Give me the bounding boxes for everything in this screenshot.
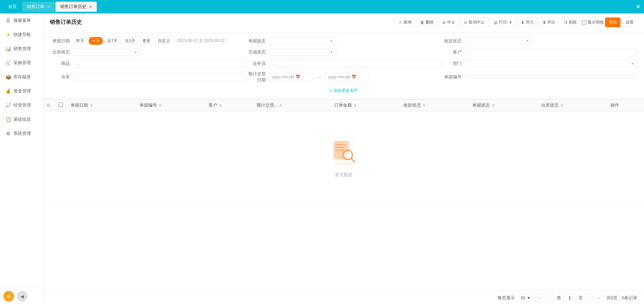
page-size-select[interactable]: 50 ▼ xyxy=(518,294,533,302)
outbound-arrow: ▼ xyxy=(134,50,137,54)
window-close-icon[interactable]: ✕ xyxy=(636,3,641,10)
sidebar-item-label: 基础信息 xyxy=(13,116,31,122)
customer-label: 客户 xyxy=(441,49,465,55)
sidebar-item-quick-nav[interactable]: ⚡ 快捷导航 xyxy=(0,28,43,42)
sidebar-item-search-menu[interactable]: ☰ 搜索菜单 xyxy=(0,13,43,28)
next-page-btn[interactable]: › xyxy=(585,294,593,302)
sidebar-settings-btn[interactable]: ⚙ xyxy=(3,291,14,302)
first-page-btn[interactable]: « xyxy=(536,294,545,302)
table-area: ⚙ 单据日期 ⇅ 单据编号 ⇅ xyxy=(43,99,644,290)
department-select[interactable]: ▼ xyxy=(465,60,637,67)
close-history-tab[interactable]: ✕ xyxy=(89,5,92,9)
sort-bill-number-icon[interactable]: ⇅ xyxy=(159,104,162,107)
last-page-btn[interactable]: » xyxy=(595,294,603,302)
sort-amount-icon[interactable]: ⇅ xyxy=(354,104,356,107)
sort-delivery-icon[interactable]: ⇅ xyxy=(280,104,282,107)
bill-number-input[interactable] xyxy=(465,75,637,79)
salesman-ellipsis: ... xyxy=(272,61,275,66)
filter-row-3: 商品 ... 业务员 ... 部门 ▼ xyxy=(50,60,637,68)
tab-home[interactable]: 首页 xyxy=(3,2,22,12)
date-btn-7days[interactable]: 近7天 xyxy=(104,37,121,45)
date-btn-1month[interactable]: 近1月 xyxy=(122,37,138,45)
th-receipt-status: 收款状态 ⇅ xyxy=(400,100,469,111)
sidebar-item-system[interactable]: ⚙ 系统管理 xyxy=(0,126,43,141)
goods-ellipsis: ... xyxy=(76,61,80,66)
sidebar-item-basic-info[interactable]: 📋 基础信息 xyxy=(0,112,43,126)
page-label: 第 xyxy=(557,295,561,301)
sidebar-collapse-btn[interactable]: ◀ xyxy=(17,291,28,302)
content-area: 销售订单历史 ＋ 新增 🗑 删除 ⊘ 中止 ⊙ xyxy=(43,13,644,305)
bill-status-arrow: ▼ xyxy=(330,39,333,43)
basic-info-icon: 📋 xyxy=(5,117,11,122)
complete-status-select[interactable]: ▼ xyxy=(269,49,336,56)
th-order-amount: 订单金额 ⇅ xyxy=(331,100,400,111)
collapse-filter-row[interactable]: ∧ 收起更多条件 xyxy=(50,86,637,95)
customer-input[interactable]: ... xyxy=(465,48,637,56)
sidebar-item-operations[interactable]: 📈 经营管理 xyxy=(0,98,43,112)
filter-customer-section: 客户 ... xyxy=(441,48,637,56)
receipt-status-select[interactable]: ▼ xyxy=(465,37,532,44)
select-all-checkbox[interactable] xyxy=(58,103,63,107)
page-unit: 页 xyxy=(578,295,583,301)
date-btn-yesterday[interactable]: 昨天 xyxy=(73,37,87,45)
export-button[interactable]: ⬆ 导出 xyxy=(539,17,559,27)
date-btn-custom[interactable]: 自定义 xyxy=(155,37,173,45)
stop-button[interactable]: ⊘ 中止 xyxy=(439,17,459,27)
tab-sales-order-history[interactable]: 销售订单历史 ✕ xyxy=(55,2,97,12)
sort-customer-icon[interactable]: ⇅ xyxy=(219,104,222,107)
settings-button[interactable]: 设置 xyxy=(622,17,637,27)
delivery-date-to[interactable]: yyyy-mm-dd 📅 xyxy=(325,73,369,81)
filter-goods-section: 商品 ... xyxy=(50,60,246,68)
display-detail-checkbox[interactable] xyxy=(582,20,586,25)
prev-page-btn[interactable]: ‹ xyxy=(547,294,555,302)
page-size-label: 每页显示 xyxy=(498,295,515,301)
sort-bill-date-icon[interactable]: ⇅ xyxy=(90,104,93,107)
receipt-status-arrow: ▼ xyxy=(526,39,529,43)
calendar-to-icon: 📅 xyxy=(351,75,356,79)
tab-sales-order[interactable]: 销售订单 ✕ xyxy=(22,2,55,12)
date-label: 单据日期 xyxy=(50,38,73,44)
outbound-status-select[interactable]: ▼ xyxy=(73,49,140,56)
cancel-stop-button[interactable]: ⊙ 取消中止 xyxy=(460,17,488,27)
date-btn-today[interactable]: 今天 xyxy=(89,37,103,45)
top-bar-right: ✕ xyxy=(636,3,641,10)
add-icon: ＋ xyxy=(398,20,402,25)
sidebar-item-inventory[interactable]: 📦 库存核算 xyxy=(0,70,43,84)
import-button[interactable]: ⬇ 导入 xyxy=(517,17,538,27)
close-sales-order-tab[interactable]: ✕ xyxy=(47,5,50,9)
delete-button[interactable]: 🗑 删除 xyxy=(417,17,437,27)
date-btn-more[interactable]: 更多 xyxy=(139,37,154,45)
bill-status-label: 单据状态 xyxy=(246,38,269,44)
refresh-button[interactable]: ↺ 刷新 xyxy=(560,17,581,27)
bill-status-select[interactable]: ▼ xyxy=(269,37,336,44)
outbound-status-label: 出库状态 xyxy=(50,49,73,55)
sidebar-item-finance[interactable]: 💰 资金管理 xyxy=(0,84,43,98)
inventory-icon: 📦 xyxy=(5,74,11,80)
sort-receipt-icon[interactable]: ⇅ xyxy=(423,104,425,107)
receipt-status-label: 收款状态 xyxy=(441,38,465,44)
empty-text: 暂无数据 xyxy=(335,172,352,178)
sidebar-item-sales-mgmt[interactable]: 📊 销售管理 xyxy=(0,42,43,56)
goods-input[interactable]: ... xyxy=(73,60,246,68)
sidebar-item-label: 采购管理 xyxy=(13,60,31,66)
svg-text:✦: ✦ xyxy=(352,141,355,144)
query-button[interactable]: 查询 xyxy=(605,17,620,27)
sidebar-item-label: 快捷导航 xyxy=(13,32,31,38)
page-number-input[interactable] xyxy=(563,294,576,302)
sort-outbound-icon[interactable]: ⇅ xyxy=(561,104,563,107)
sidebar-item-purchase-mgmt[interactable]: 🛒 采购管理 xyxy=(0,56,43,70)
delivery-date-from[interactable]: yyyy-mm-dd 📅 xyxy=(269,73,313,81)
salesman-input[interactable]: ... xyxy=(269,60,441,68)
sort-bill-status-icon[interactable]: ⇅ xyxy=(492,104,495,107)
warehouse-input[interactable]: ... xyxy=(73,73,246,81)
table-settings-icon[interactable]: ⚙ xyxy=(46,103,51,108)
add-button[interactable]: ＋ 新增 xyxy=(394,17,415,27)
complete-status-label: 完成状态 xyxy=(246,49,269,55)
filter-area: 单据日期 昨天 今天 近7天 近1月 更多 自定义 2023-06-02 至 2… xyxy=(43,33,644,99)
th-customer: 客户 ⇅ xyxy=(205,100,253,111)
display-detail-checkbox-label[interactable]: 显示明细 xyxy=(582,20,604,25)
data-table: ⚙ 单据日期 ⇅ 单据编号 ⇅ xyxy=(43,99,644,201)
filter-warehouse-section: 仓库 ... xyxy=(50,73,246,81)
print-button[interactable]: 🖨 打印 ▼ xyxy=(490,17,516,27)
svg-line-7 xyxy=(351,158,354,162)
